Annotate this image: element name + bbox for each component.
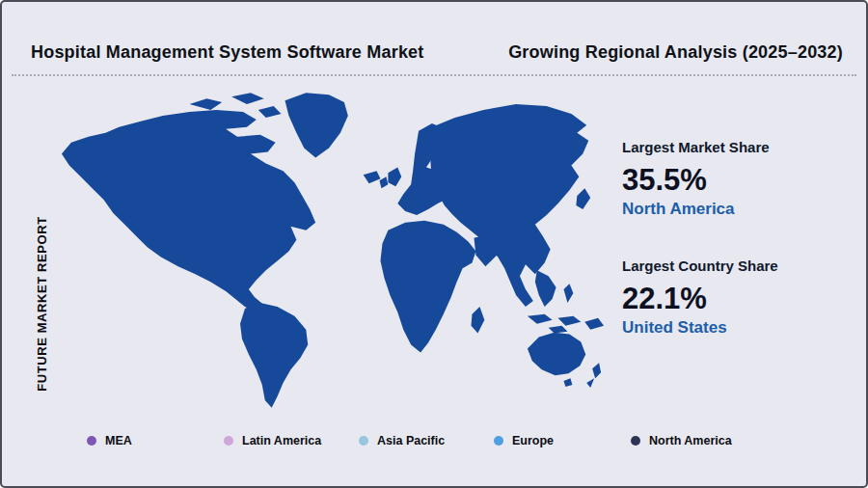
stat-region: United States bbox=[622, 318, 778, 338]
asia-pacific-dot-icon bbox=[359, 436, 368, 446]
mea-dot-icon bbox=[87, 436, 96, 446]
iceland bbox=[364, 171, 381, 183]
page-title-analysis: Growing Regional Analysis (2025–2032) bbox=[508, 43, 843, 61]
southeast-asia bbox=[535, 270, 574, 307]
madagascar bbox=[472, 307, 485, 334]
continent-north-america bbox=[62, 110, 315, 320]
stat-label: Largest Country Share bbox=[622, 258, 778, 275]
legend-label: Latin America bbox=[242, 434, 321, 447]
legend-item-mea: MEA bbox=[87, 434, 132, 447]
new-zealand bbox=[586, 363, 601, 388]
legend-label: Asia Pacific bbox=[377, 434, 445, 447]
stat-region: North America bbox=[622, 200, 778, 219]
continent-australia bbox=[528, 333, 585, 387]
dotted-divider bbox=[12, 74, 856, 76]
legend-label: MEA bbox=[105, 434, 132, 447]
stat-value: 22.1% bbox=[622, 284, 778, 313]
indonesia bbox=[528, 314, 604, 334]
continent-south-america bbox=[240, 303, 308, 408]
stats-panel: Largest Market Share 35.5% North America… bbox=[622, 139, 778, 339]
stat-country-share: Largest Country Share 22.1% United State… bbox=[622, 258, 778, 338]
stat-market-share: Largest Market Share 35.5% North America bbox=[622, 139, 778, 219]
page-title-market: Hospital Management System Software Mark… bbox=[31, 43, 424, 61]
north-america-dot-icon bbox=[631, 436, 640, 446]
brand-watermark: FUTURE MARKET REPORT bbox=[35, 216, 49, 392]
legend-item-asia-pacific: Asia Pacific bbox=[359, 434, 445, 447]
stat-value: 35.5% bbox=[622, 165, 778, 195]
legend-label: North America bbox=[649, 434, 732, 447]
continent-africa bbox=[380, 221, 475, 353]
europe-dot-icon bbox=[494, 436, 503, 446]
legend-item-north-america: North America bbox=[631, 434, 732, 447]
infographic-frame: Hospital Management System Software Mark… bbox=[0, 0, 868, 488]
british-isles bbox=[379, 167, 401, 188]
legend-item-latin-america: Latin America bbox=[224, 434, 321, 447]
world-map-graphic bbox=[62, 93, 604, 408]
legend-item-europe: Europe bbox=[494, 434, 554, 447]
greenland bbox=[285, 93, 348, 157]
legend-label: Europe bbox=[512, 434, 554, 447]
stat-label: Largest Market Share bbox=[622, 139, 778, 156]
japan bbox=[576, 188, 590, 209]
world-map bbox=[56, 83, 610, 420]
latin-america-dot-icon bbox=[224, 436, 233, 446]
